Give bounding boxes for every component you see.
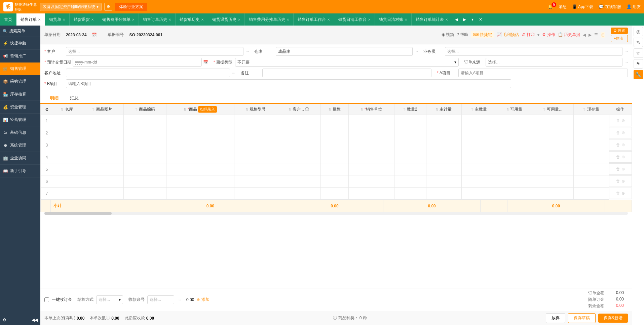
profit-btn[interactable]: 📈 毛利预估 [497,32,519,38]
sidebar-item-inventory[interactable]: 🏪 库存核算 [0,88,40,101]
order-source-dots[interactable]: ··· [624,60,628,65]
tab-close-icon[interactable]: ✕ [63,18,65,22]
tab-order-workbench[interactable]: 销售订单工作台 ✕ [294,13,334,26]
user-area[interactable]: 👤 用友 [627,4,641,10]
settings-icon[interactable]: ⚙ [104,3,112,11]
nav-prev-icon[interactable]: ◀ [583,33,586,37]
tab-detail[interactable]: 明细 [44,93,64,104]
address-dots[interactable]: ··· [232,71,235,75]
delete-icon[interactable]: 🗑 [616,167,620,171]
account-dots[interactable]: ··· [178,297,181,302]
tab-sales-stats[interactable]: 销售订单统计表 ✕ [412,13,452,26]
delete-icon[interactable]: 🗑 [616,155,620,159]
a-project-input[interactable] [458,69,628,77]
setting-btn[interactable]: ⚙ 设置 [611,28,628,34]
th-code[interactable]: ⇅ 商品编码 [124,104,166,115]
tab-sales-bill[interactable]: 销货单 ✕ [45,13,70,26]
tab-daily-reconcile[interactable]: 钱货日清对账 ✕ [375,13,412,26]
tab-close-icon[interactable]: ✕ [91,18,94,22]
delivery-date-input[interactable] [73,58,202,67]
tab-close-icon[interactable]: ✕ [368,18,371,22]
tab-close-icon[interactable]: ✕ [201,18,204,22]
warehouse-select[interactable]: 成品库 [276,47,413,56]
tab-sales-bill-history[interactable]: 销货单历史 ✕ [176,13,208,26]
chevron-print-icon[interactable]: ▾ [537,33,539,37]
warehouse-dots[interactable]: ··· [415,49,418,54]
sidebar-item-system[interactable]: ⚙ 系统管理 [0,139,40,152]
tab-daily-workbench[interactable]: 钱货日清工作台 ✕ [334,13,375,26]
tab-sales-expense[interactable]: 销售费用分摊单 ✕ [98,13,139,26]
th-product[interactable]: ⇅ *商品 扫码录入 [166,104,234,115]
delete-icon[interactable]: 🗑 [616,143,620,147]
sidebar-search[interactable]: 🔍 搜索菜单 [0,26,40,37]
tab-home[interactable]: 首页 [0,13,16,26]
date-picker-icon[interactable]: 📅 [203,60,208,65]
customer-input[interactable] [66,47,243,56]
delete-icon[interactable]: 🗑 [616,191,620,196]
copy-icon[interactable]: ⊕ [621,155,625,159]
help-btn[interactable]: ? 帮助 [457,32,468,38]
sidebar-item-operations[interactable]: 📊 经营管理 [0,114,40,126]
sidebar-item-enterprise[interactable]: 🏢 企业协同 [0,152,40,165]
sidebar-item-sales[interactable]: 🛒 销售管理 [0,63,40,75]
list-view-icon[interactable]: ☰ [594,33,598,37]
tab-close-icon[interactable]: ✕ [287,18,289,22]
one-key-deposit-checkbox[interactable] [44,297,49,302]
save-new-button[interactable]: 保存&新增 [598,314,628,323]
right-panel-btn-5[interactable]: 🔧 [634,70,643,79]
copy-icon[interactable]: ⊕ [621,143,625,147]
delete-icon[interactable]: 🗑 [616,118,620,123]
sidebar-item-marketing[interactable]: 📢 营销推广 [0,50,40,63]
solution-button[interactable]: 体验行业方案 [115,3,147,11]
tab-expense-history[interactable]: 销售费用分摊单历史 ✕ [245,13,294,26]
calendar-icon[interactable]: 📅 [92,33,97,37]
view-btn[interactable]: ◉ 视频 [442,32,454,38]
tab-sales-order[interactable]: 销售订单 ✕ [16,13,45,26]
history-btn[interactable]: 📋 历史单据 [558,32,580,38]
delete-icon[interactable]: 🗑 [616,179,620,184]
sidebar-item-quick-nav[interactable]: ⚡ 快捷导航 [0,37,40,50]
tab-sales-return[interactable]: 销货退货 ✕ [70,13,98,26]
online-service[interactable]: 💬 在线客服 [599,4,621,10]
th-setting[interactable]: ⚙ [41,104,53,115]
right-panel-btn-2[interactable]: ✎ [634,38,643,47]
setting-icon[interactable]: ⚙ [45,107,49,112]
staff-input[interactable] [445,47,622,56]
tab-close-icon[interactable]: ✕ [238,18,240,22]
copy-icon[interactable]: ⊕ [621,191,625,196]
settings-bottom-icon[interactable]: ⚙ [3,318,6,322]
customer-dots[interactable]: ··· [245,49,249,54]
copy-icon[interactable]: ⊕ [621,167,625,171]
sidebar-item-basic[interactable]: 🗂 基础信息 [0,126,40,139]
horizontal-scrollbar[interactable] [44,212,628,215]
th-warehouse[interactable]: ⇅ 仓库 [53,104,81,115]
discard-button[interactable]: 放弃 [546,313,565,323]
copy-icon[interactable]: ⊕ [621,118,625,123]
add-material-btn[interactable]: +物流 [611,35,628,42]
print-btn[interactable]: 🖨 打印 [522,32,535,38]
right-panel-btn-3[interactable]: ☆ [634,48,643,58]
shortcut-btn[interactable]: ⌨ 快捷键 [471,31,494,38]
copy-icon[interactable]: ⊕ [621,130,625,135]
nav-next-icon[interactable]: ▶ [589,33,592,37]
system-selector[interactable]: 装备及固定资产辅助管理系统 ▾ [40,3,102,11]
save-draft-button[interactable]: 保存草稿 [568,313,596,323]
sidebar-item-purchase[interactable]: 📦 采购管理 [0,75,40,88]
sidebar-item-finance[interactable]: 💰 资金管理 [0,101,40,114]
sidebar-item-guide[interactable]: 📖 新手引导 [0,165,40,177]
b-project-input[interactable] [66,79,511,88]
add-btn[interactable]: ⊕ 添加 [197,297,209,302]
app-download[interactable]: 📱 App下载 [572,4,593,10]
collapse-icon[interactable]: ◀◀ [32,318,38,322]
scan-button[interactable]: 扫码录入 [198,106,217,113]
operation-btn[interactable]: ⚙ 操作 [542,32,555,38]
account-select[interactable]: 选择... [147,295,174,304]
tab-sales-order-history[interactable]: 销售订单历史 ✕ [139,13,176,26]
tab-prev-btn[interactable]: ◀ [452,13,460,26]
tab-close-icon[interactable]: ✕ [445,18,448,22]
tab-close-icon[interactable]: ✕ [327,18,330,22]
copy-icon[interactable]: ⊕ [621,179,625,184]
right-panel-btn-4[interactable]: ⚑ [634,59,643,69]
tab-close-all-btn[interactable]: ✕ [477,13,485,26]
tab-close-icon[interactable]: ✕ [168,18,171,22]
